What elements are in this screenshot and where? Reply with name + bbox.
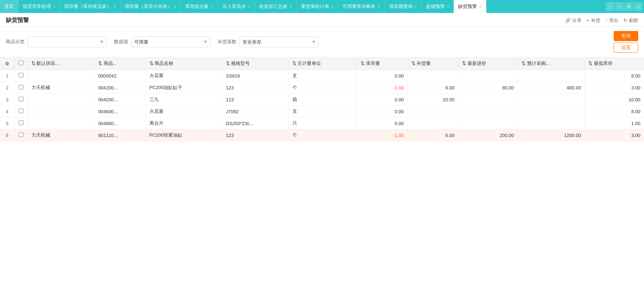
cell-unit: 箱 (288, 94, 357, 106)
cell-row-num: 5 (0, 118, 14, 129)
tab-next-button[interactable]: › (615, 2, 624, 11)
tab-shortage[interactable]: 缺货预警 × (454, 0, 486, 13)
share-button[interactable]: 🔗 分享 (565, 17, 582, 24)
th-product-code[interactable]: ⇅ 商品... (94, 57, 145, 70)
restock-icon: + (587, 18, 589, 23)
cell-row-num: 3 (0, 94, 14, 106)
cell-checkbox[interactable] (14, 129, 27, 141)
cell-default-supplier: 力天机械 (27, 129, 94, 141)
cell-checkbox[interactable] (14, 94, 27, 106)
th-default-supplier[interactable]: ⇅ 默认供应... (27, 57, 94, 70)
th-gear[interactable]: ⚙ (0, 57, 14, 70)
tab-abnormal-close[interactable]: × (53, 4, 55, 9)
th-spec[interactable]: ⇅ 规格型号 (222, 57, 288, 70)
th-latest-price-sort-icon: ⇅ (462, 61, 466, 66)
tab-overstock-close[interactable]: × (447, 4, 449, 9)
row-checkbox[interactable] (19, 109, 23, 113)
table-wrapper: ⚙ ⇅ 默认供应... ⇅ 商品... ⇅ 商品名称 (0, 57, 644, 141)
select-all-checkbox[interactable] (19, 61, 23, 65)
table-header-row: ⚙ ⇅ 默认供应... ⇅ 商品... ⇅ 商品名称 (0, 57, 644, 70)
tab-batch[interactable]: 库存批次账 × (181, 0, 218, 13)
tab-close-all-button[interactable]: ✕ (625, 2, 633, 11)
tab-stock-status[interactable]: 现存量（库存状况表） × (60, 0, 120, 13)
cell-stock: 0.00 (357, 94, 408, 106)
tab-abnormal[interactable]: 拣货异常处理 × (18, 0, 60, 13)
cell-checkbox[interactable] (14, 82, 27, 94)
tab-shortage-close[interactable]: × (479, 4, 481, 9)
tab-available-close[interactable]: × (378, 4, 380, 9)
cell-product-name: 离合片 (145, 118, 222, 129)
row-checkbox[interactable] (19, 73, 23, 78)
cell-spec: 123 (222, 82, 288, 94)
row-checkbox[interactable] (19, 120, 23, 125)
page-header: 缺货预警 🔗 分享 + 补货 ↑ 导出 ↻ 刷新 (0, 13, 644, 27)
cell-stock: -1.00 (357, 82, 408, 94)
cell-stock: 0.00 (357, 118, 408, 129)
page-title: 缺货预警 (6, 17, 29, 24)
tab-home[interactable]: 首页 (0, 0, 18, 13)
settings-button[interactable]: 设置 (614, 43, 638, 53)
cell-row-num: 4 (0, 106, 14, 118)
th-stock-sort-icon: ⇅ (361, 61, 365, 66)
th-checkbox[interactable] (14, 57, 27, 70)
th-product-code-sort-icon: ⇅ (98, 61, 102, 66)
cell-checkbox[interactable] (14, 118, 27, 129)
datasource-select[interactable]: 可用量 (131, 36, 210, 47)
table-body: 1 0000042 火花塞 SS816 支 0.00 8.00 2 力天机械 0… (0, 70, 644, 141)
category-select[interactable] (27, 36, 107, 47)
restock-select-wrapper: 安全库存 ▼ (239, 36, 319, 47)
tab-order-stat[interactable]: 要货单统计表 × (297, 0, 338, 13)
tab-inout[interactable]: 出入库流水 × (218, 0, 255, 13)
restock-select[interactable]: 安全库存 (239, 36, 319, 47)
th-min-stock[interactable]: ⇅ 最低库存 (585, 57, 644, 70)
tab-stock-status-close[interactable]: × (113, 4, 116, 9)
cell-unit: 支 (288, 106, 357, 118)
row-checkbox[interactable] (19, 97, 23, 101)
refresh-icon: ↻ (623, 18, 627, 23)
tab-stock-dist[interactable]: 现存量（库存分布表） × (121, 0, 181, 13)
th-product-name[interactable]: ⇅ 商品名称 (145, 57, 222, 70)
cell-checkbox[interactable] (14, 70, 27, 82)
tab-prev-button[interactable]: ‹ (606, 2, 614, 11)
refresh-button[interactable]: ↻ 刷新 (623, 17, 638, 24)
tab-collection-close[interactable]: × (290, 4, 292, 9)
row-checkbox[interactable] (19, 85, 23, 89)
cell-product-code: 801110... (94, 129, 145, 141)
cell-restock-qty: 6.00 (408, 129, 458, 141)
tab-batch-close[interactable]: × (211, 4, 213, 9)
th-min-stock-sort-icon: ⇅ (588, 61, 592, 66)
restock-button[interactable]: + 补货 (587, 17, 600, 24)
tab-inout-close[interactable]: × (248, 4, 250, 9)
row-checkbox[interactable] (19, 132, 23, 137)
cell-min-stock: 3.00 (585, 82, 644, 94)
table-row: 3 004200... 三九 123 箱 0.00 20.00 10.00 (0, 94, 644, 106)
th-stock[interactable]: ⇅ 库存量 (357, 57, 408, 70)
cell-unit: 个 (288, 129, 357, 141)
cell-stock: 0.00 (357, 70, 408, 82)
tab-expiry[interactable]: 保质期查询 × (385, 0, 422, 13)
cell-checkbox[interactable] (14, 106, 27, 118)
tab-stock-dist-close[interactable]: × (174, 4, 176, 9)
th-default-supplier-sort-icon: ⇅ (31, 61, 35, 66)
cell-min-stock: 3.00 (585, 129, 644, 141)
cell-unit: 只 (288, 118, 357, 129)
cell-default-supplier (27, 106, 94, 118)
th-restock-qty[interactable]: ⇅ 补货量 (408, 57, 458, 70)
export-button[interactable]: ↑ 导出 (605, 17, 619, 24)
datasource-label: 数据源 (114, 39, 128, 45)
tab-order-stat-close[interactable]: × (331, 4, 334, 9)
tab-expand-button[interactable]: □ (634, 2, 643, 11)
cell-product-name: PC200油缸缸子 (145, 82, 222, 94)
tab-expiry-close[interactable]: × (415, 4, 417, 9)
th-unit[interactable]: ⇅ 主计量单位 (288, 57, 357, 70)
table-row: 4 004600... 火花塞 J7092 支 0.00 8.00 (0, 106, 644, 118)
cell-product-code: 004800... (94, 118, 145, 129)
cell-spec: J7092 (222, 106, 288, 118)
tab-overstock[interactable]: 超储预警 × (422, 0, 454, 13)
cell-product-code: 004200... (94, 82, 145, 94)
th-est-purchase[interactable]: ⇅ 预计采购... (518, 57, 584, 70)
th-latest-price[interactable]: ⇅ 最新进价 (458, 57, 518, 70)
tab-collection[interactable]: 收发存汇总表 × (255, 0, 296, 13)
query-button[interactable]: 查询 (614, 31, 638, 41)
tab-available[interactable]: 可用量库存账本 × (338, 0, 384, 13)
